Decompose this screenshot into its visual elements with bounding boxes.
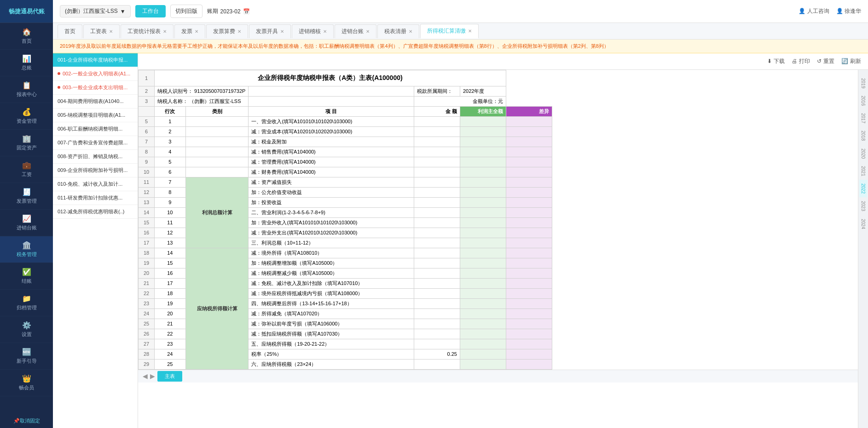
tab-salary-report[interactable]: 工资统计报表 ✕ <box>121 24 174 38</box>
sidebar-item-home[interactable]: 🏠 首页 <box>0 23 53 50</box>
service-button[interactable]: 👤 人工咨询 <box>799 7 829 15</box>
refresh-button[interactable]: 🔄 刷新 <box>841 57 861 65</box>
table-row: 6 2 减：营业成本(填写A102010\102020\103000) <box>139 126 552 137</box>
download-button[interactable]: ⬇ 下载 <box>767 57 785 65</box>
guide-icon: 🆕 <box>22 348 31 356</box>
year-2019[interactable]: 2019 <box>859 74 867 92</box>
sidebar-item-assets[interactable]: 🏢 固定资产 <box>0 130 53 156</box>
tree-item-002[interactable]: 002-一般企业收入明细表(A1... <box>53 67 138 81</box>
home-icon: 🏠 <box>22 28 31 36</box>
tab-tax-list-close[interactable]: ✕ <box>409 29 412 34</box>
tab-income-tax-close[interactable]: ✕ <box>468 29 472 34</box>
print-button[interactable]: 🖨 打印 <box>792 57 810 65</box>
error-dot-003 <box>58 86 60 89</box>
tree-item-009-label: 009-企业所得税附加补亏损明... <box>58 167 127 174</box>
tab-invoice[interactable]: 发票 ✕ <box>174 24 205 38</box>
tree-item-009[interactable]: 009-企业所得税附加补亏损明... <box>53 164 138 177</box>
tab-income-tax[interactable]: 所得税汇算清缴 ✕ <box>420 24 479 39</box>
sidebar-item-invoice-label: 发票管理 <box>17 198 37 205</box>
tree-item-010[interactable]: 010-免税、减计收入及加计... <box>53 177 138 191</box>
company-row: 3 纳税人名称： （勿删）江西服宝-LSS 金额单位：元 <box>139 96 552 106</box>
tree-item-004-label: 004-期间费用明细表(A1040... <box>58 98 124 105</box>
dropdown-icon: ▼ <box>120 8 126 15</box>
sidebar-item-settings[interactable]: ⚙️ 设置 <box>0 316 53 343</box>
assets-icon: 🏢 <box>22 134 31 143</box>
invoice-icon: 🧾 <box>22 188 31 196</box>
sidebar-item-archive[interactable]: 📁 归档管理 <box>0 290 53 316</box>
sidebar-item-settle[interactable]: ✅ 结账 <box>0 263 53 290</box>
col-header-diff: 差异 <box>506 106 552 116</box>
tab-home[interactable]: 首页 <box>58 24 82 38</box>
company-selector[interactable]: (勿删）江西服宝-LSS ▼ <box>60 5 131 17</box>
tab-purchase-audit-label: 进销稽核 <box>299 28 321 35</box>
row-num-2: 2 <box>139 86 155 96</box>
tab-salary-report-close[interactable]: ✕ <box>163 29 167 34</box>
sidebar-item-assets-label: 固定资产 <box>17 144 37 151</box>
year-2024[interactable]: 2024 <box>859 215 867 233</box>
sidebar-item-salary[interactable]: 💼 工资 <box>0 156 53 183</box>
tab-purchase-ledger-close[interactable]: ✕ <box>366 29 370 34</box>
sidebar-item-settings-label: 设置 <box>22 331 32 338</box>
switch-version-button[interactable]: 切到旧版 <box>170 5 203 18</box>
tab-invoice-close[interactable]: ✕ <box>195 29 198 34</box>
tax-period-value: 2022年度 <box>460 86 506 96</box>
sidebar-item-tax[interactable]: 🏛️ 税务管理 <box>0 236 53 263</box>
tree-item-008[interactable]: 008-资产折旧、摊销及纳税... <box>53 150 138 164</box>
sidebar-pin-button[interactable]: 📌取消固定 <box>0 414 53 428</box>
tab-salary[interactable]: 工资表 ✕ <box>83 24 120 38</box>
tab-invoice-issue-close[interactable]: ✕ <box>280 29 284 34</box>
sidebar-item-member[interactable]: 👑 畅会员 <box>0 370 53 396</box>
tab-purchase-audit-close[interactable]: ✕ <box>323 29 327 34</box>
tab-tax-list[interactable]: 税表清册 ✕ <box>377 24 419 38</box>
tree-item-006-label: 006-职工薪酬纳税调整明细... <box>58 126 122 132</box>
period-text: 账期 <box>207 7 218 15</box>
tax-period-label: 税款所属期间： <box>414 86 460 96</box>
error-dot-002 <box>58 72 60 75</box>
sheet-nav-left[interactable]: ◀ <box>143 372 148 380</box>
year-2023[interactable]: 2023 <box>859 197 867 215</box>
print-icon: 🖨 <box>792 58 797 64</box>
tab-salary-close[interactable]: ✕ <box>109 29 113 34</box>
app-logo: 畅捷通易代账 <box>0 0 53 23</box>
sheet-nav-right[interactable]: ▶ <box>150 372 155 380</box>
period-value[interactable]: 2023-02 <box>220 8 241 15</box>
company-name-value: （勿删）江西服宝-LSS <box>189 98 241 104</box>
sheet-tab-main[interactable]: 主表 <box>157 371 182 382</box>
user-name[interactable]: 👤 徐逢华 <box>836 7 861 15</box>
tree-item-011[interactable]: 011-研发费用加计扣除优惠... <box>53 191 138 205</box>
year-2021[interactable]: 2021 <box>859 162 867 180</box>
tab-purchase-ledger[interactable]: 进销台账 ✕ <box>335 24 376 38</box>
settle-icon: ✅ <box>22 268 31 276</box>
sidebar-item-reports[interactable]: 📋 报表中心 <box>0 76 53 103</box>
sidebar-item-invoice[interactable]: 🧾 发票管理 <box>0 183 53 210</box>
year-2020[interactable]: 2020 <box>859 145 867 162</box>
work-bench-button[interactable]: 工作台 <box>135 5 166 17</box>
tree-item-004[interactable]: 004-期间费用明细表(A1040... <box>53 95 138 108</box>
sidebar-item-ledger[interactable]: 📊 总账 <box>0 50 53 76</box>
archive-icon: 📁 <box>22 294 31 303</box>
tree-item-007[interactable]: 007-广告费和业务宣传费超限... <box>53 136 138 150</box>
settings-icon: ⚙️ <box>22 321 31 330</box>
unit-label: 金额单位：元 <box>414 96 506 106</box>
year-2022[interactable]: 2022 <box>859 180 867 197</box>
tree-item-012[interactable]: 012-减免所得税优惠明细表(..) <box>53 205 138 219</box>
reset-button[interactable]: ↺ 重置 <box>817 57 834 65</box>
calendar-icon[interactable]: 📅 <box>243 8 250 15</box>
tree-item-006[interactable]: 006-职工薪酬纳税调整明细... <box>53 122 138 136</box>
sidebar-item-sales[interactable]: 📈 进销台账 <box>0 210 53 236</box>
year-2017[interactable]: 2017 <box>859 109 867 127</box>
tab-invoice-calc[interactable]: 发票算费 ✕ <box>206 24 248 38</box>
year-2018[interactable]: 2018 <box>859 127 867 144</box>
sidebar-item-funds[interactable]: 💰 资金管理 <box>0 103 53 130</box>
year-2016[interactable]: 2016 <box>859 92 867 109</box>
tree-item-001[interactable]: 001-企业所得税年度纳税申报... <box>53 53 138 67</box>
tab-invoice-issue[interactable]: 发票开具 ✕ <box>249 24 291 38</box>
sidebar-item-guide[interactable]: 🆕 新手引导 <box>0 343 53 370</box>
tab-invoice-calc-close[interactable]: ✕ <box>237 29 241 34</box>
tree-item-005[interactable]: 005-纳税调整项目明细表(A1... <box>53 108 138 122</box>
empty-cell-2c <box>249 86 414 96</box>
tab-purchase-audit[interactable]: 进销稽核 ✕ <box>292 24 334 38</box>
tree-item-005-label: 005-纳税调整项目明细表(A1... <box>58 112 125 119</box>
tree-item-007-label: 007-广告费和业务宣传费超限... <box>58 139 127 146</box>
tree-item-003[interactable]: 003-一般企业成本支出明细... <box>53 81 138 95</box>
